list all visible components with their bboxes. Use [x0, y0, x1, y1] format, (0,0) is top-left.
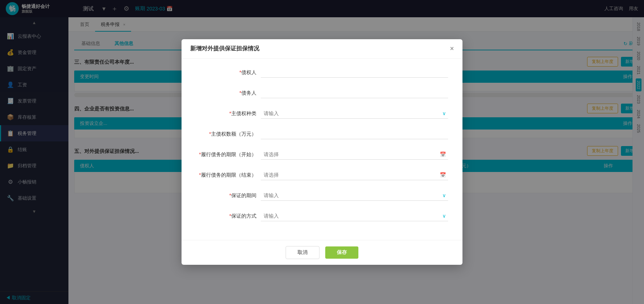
input-claim-amount[interactable]: [261, 129, 448, 139]
input-creditor[interactable]: [261, 67, 448, 78]
save-btn[interactable]: 保存: [325, 246, 358, 259]
label-period-end: *履行债务的期限（结束）: [196, 172, 261, 178]
dialog-title: 新增对外提供保证担保情况: [190, 45, 259, 53]
select-arrow-guarantee-period[interactable]: ∨: [442, 192, 448, 198]
form-row-creditor: *债权人: [196, 67, 448, 78]
label-claim-amount: *主债权数额（万元）: [196, 131, 261, 137]
date-input-end[interactable]: [261, 170, 440, 180]
dialog-close-btn[interactable]: ×: [450, 45, 454, 53]
form-row-period-end: *履行债务的期限（结束） 📅: [196, 170, 448, 180]
dialog-footer: 取消 保存: [182, 240, 462, 265]
label-guarantee-method: *保证的方式: [196, 213, 261, 219]
calendar-end-icon[interactable]: 📅: [440, 172, 448, 178]
select-claim-type[interactable]: ∨: [261, 108, 448, 119]
select-arrow-guarantee-method[interactable]: ∨: [442, 213, 448, 219]
form-row-claim-amount: *主债权数额（万元）: [196, 129, 448, 139]
select-claim-type-input[interactable]: [261, 108, 442, 118]
select-guarantee-period-input[interactable]: [261, 190, 442, 200]
label-period-start: *履行债务的期限（开始）: [196, 151, 261, 158]
dialog: 新增对外提供保证担保情况 × *债权人 *债务人 *: [182, 39, 462, 265]
form-row-claim-type: *主债权种类 ∨: [196, 108, 448, 119]
label-claim-type: *主债权种类: [196, 110, 261, 117]
form-row-guarantee-period: *保证的期间 ∨: [196, 190, 448, 201]
form-row-period-start: *履行债务的期限（开始） 📅: [196, 149, 448, 160]
date-period-end[interactable]: 📅: [261, 170, 448, 180]
select-guarantee-method-input[interactable]: [261, 211, 442, 221]
cancel-btn[interactable]: 取消: [286, 246, 319, 259]
form-row-debtor: *债务人: [196, 88, 448, 98]
form-row-guarantee-method: *保证的方式 ∨: [196, 211, 448, 221]
dialog-body: *债权人 *债务人 *主债权种类 ∨: [182, 59, 462, 240]
label-creditor: *债权人: [196, 69, 261, 76]
label-guarantee-period: *保证的期间: [196, 192, 261, 199]
date-input-start[interactable]: [261, 149, 440, 159]
date-period-start[interactable]: 📅: [261, 149, 448, 160]
select-guarantee-period[interactable]: ∨: [261, 190, 448, 201]
select-arrow-claim-type[interactable]: ∨: [442, 110, 448, 116]
input-debtor[interactable]: [261, 88, 448, 98]
label-debtor: *债务人: [196, 90, 261, 96]
calendar-start-icon[interactable]: 📅: [440, 151, 448, 157]
dialog-header: 新增对外提供保证担保情况 ×: [182, 39, 462, 59]
dialog-overlay: 新增对外提供保证担保情况 × *债权人 *债务人 *: [0, 0, 644, 304]
select-guarantee-method[interactable]: ∨: [261, 211, 448, 221]
